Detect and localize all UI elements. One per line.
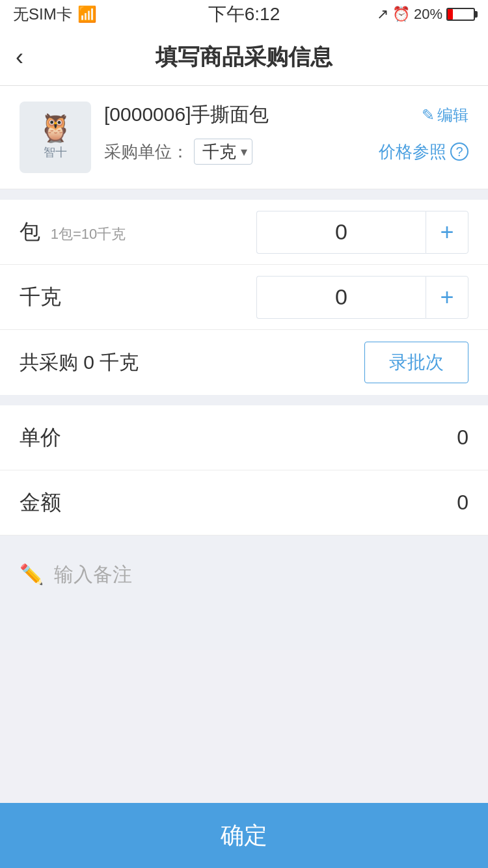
battery-icon — [446, 8, 475, 21]
product-full-name: [0000006]手撕面包 — [104, 102, 269, 128]
status-bar-right: ↗ ⏰ 20% — [377, 6, 475, 23]
price-section: 单价 0 金额 0 — [0, 405, 488, 536]
back-button[interactable]: ‹ — [16, 44, 23, 71]
kg-quantity-input[interactable] — [256, 276, 426, 319]
battery-fill — [448, 9, 453, 20]
edit-button[interactable]: ✎ 编辑 — [422, 105, 468, 126]
divider-2 — [0, 395, 488, 405]
kg-label: 千克 — [20, 285, 61, 308]
page-title: 填写商品采购信息 — [156, 42, 332, 72]
divider-1 — [0, 189, 488, 200]
summary-row: 共采购 0 千克 录批次 — [0, 330, 488, 395]
batch-button[interactable]: 录批次 — [364, 342, 468, 383]
edit-label: 编辑 — [437, 105, 468, 126]
location-icon: ↗ — [377, 6, 388, 23]
kg-row: 千克 + — [0, 265, 488, 330]
unit-prefix: 采购单位： — [104, 141, 189, 163]
kg-input-area: + — [256, 276, 468, 319]
unit-label-area: 采购单位： 千克 包 — [104, 139, 252, 165]
summary-text: 共采购 0 千克 — [20, 349, 139, 376]
kg-plus-button[interactable]: + — [426, 276, 468, 319]
product-thumb-icon: 🦉 — [38, 115, 72, 142]
wifi-icon: 📶 — [77, 5, 97, 23]
bag-row: 包 1包=10千克 + — [0, 200, 488, 265]
unit-select[interactable]: 千克 包 — [194, 139, 252, 165]
pencil-icon: ✏️ — [20, 563, 44, 586]
nav-bar: ‹ 填写商品采购信息 — [0, 29, 488, 86]
status-bar-time: 下午6:12 — [208, 2, 280, 27]
price-ref-help-icon: ? — [450, 142, 468, 161]
kg-label-area: 千克 — [20, 283, 256, 312]
unit-select-wrapper[interactable]: 千克 包 — [194, 139, 252, 165]
bag-label: 包 — [20, 220, 40, 243]
product-thumb-text: 智十 — [44, 144, 67, 160]
product-thumbnail: 🦉 智十 — [20, 102, 91, 173]
divider-3 — [0, 536, 488, 546]
remark-placeholder: 输入备注 — [54, 562, 132, 588]
bag-plus-button[interactable]: + — [426, 211, 468, 254]
carrier-label: 无SIM卡 — [13, 4, 72, 25]
unit-price-label: 单价 — [20, 424, 61, 452]
price-ref-button[interactable]: 价格参照 ? — [379, 141, 468, 163]
product-name-row: [0000006]手撕面包 ✎ 编辑 — [104, 102, 468, 128]
battery-percent: 20% — [414, 6, 442, 23]
content-area: 🦉 智十 [0000006]手撕面包 ✎ 编辑 采购单位： 千克 包 — [0, 86, 488, 735]
bag-label-area: 包 1包=10千克 — [20, 218, 256, 247]
product-info: [0000006]手撕面包 ✎ 编辑 采购单位： 千克 包 — [104, 102, 468, 165]
alarm-icon: ⏰ — [392, 6, 410, 23]
status-bar: 无SIM卡 📶 下午6:12 ↗ ⏰ 20% — [0, 0, 488, 29]
price-ref-label: 价格参照 — [379, 141, 446, 163]
bag-quantity-input[interactable] — [256, 211, 426, 254]
amount-value: 0 — [457, 491, 468, 515]
bag-sub-label: 1包=10千克 — [51, 226, 126, 242]
unit-price-row: 单价 0 — [0, 405, 488, 470]
unit-price-value: 0 — [457, 426, 468, 450]
edit-icon: ✎ — [422, 106, 435, 124]
quantity-section: 包 1包=10千克 + 千克 + 共采购 0 千克 录批次 — [0, 200, 488, 395]
amount-label: 金额 — [20, 489, 61, 517]
unit-row: 采购单位： 千克 包 价格参照 ? — [104, 139, 468, 165]
remark-section[interactable]: ✏️ 输入备注 — [0, 546, 488, 650]
confirm-button-label: 确定 — [221, 820, 267, 852]
status-bar-left: 无SIM卡 📶 — [13, 4, 97, 25]
amount-row: 金额 0 — [0, 470, 488, 536]
confirm-bar[interactable]: 确定 — [0, 803, 488, 868]
bag-input-area: + — [256, 211, 468, 254]
product-card: 🦉 智十 [0000006]手撕面包 ✎ 编辑 采购单位： 千克 包 — [0, 86, 488, 189]
